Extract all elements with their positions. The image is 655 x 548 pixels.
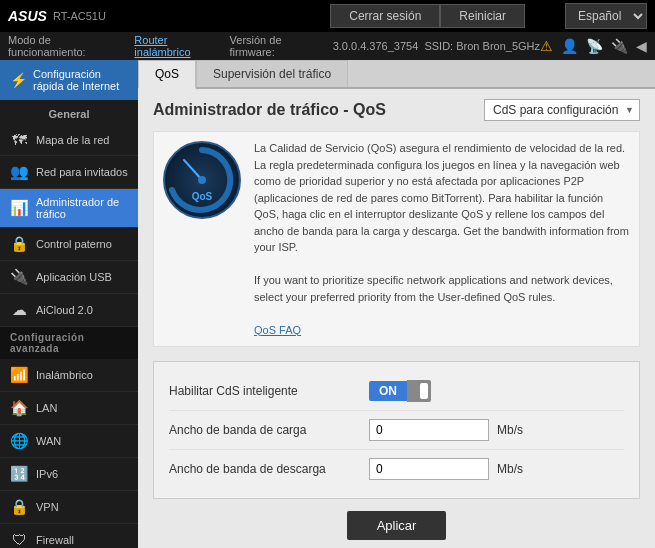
warning-icon: ⚠ [540,38,553,54]
sidebar-item-wan[interactable]: 🌐 WAN [0,425,138,458]
quick-config-icon: ⚡ [10,72,27,88]
description-paragraph: La Calidad de Servicio (QoS) asegura el … [254,140,631,256]
vpn-icon: 🔒 [10,498,28,516]
config-select-wrapper[interactable]: CdS para configuración [484,99,640,121]
svg-text:QoS: QoS [192,191,213,202]
enable-qos-label: Habilitar CdS inteligente [169,384,369,398]
ipv6-icon: 🔢 [10,465,28,483]
page-title: Administrador de tráfico - QoS [153,101,386,119]
apply-button[interactable]: Aplicar [347,511,447,540]
arrow-icon: ◀ [636,38,647,54]
logout-button[interactable]: Cerrar sesión [330,4,440,28]
sidebar-quick-config[interactable]: ⚡ Configuración rápida de Internet [0,60,138,100]
sidebar-item-label: Inalámbrico [36,369,93,381]
lan-icon: 🏠 [10,399,28,417]
sidebar-item-ipv6[interactable]: 🔢 IPv6 [0,458,138,491]
firmware-label: Versión de firmware: [230,34,330,58]
model-name: RT-AC51U [53,10,106,22]
sidebar: ⚡ Configuración rápida de Internet Gener… [0,60,138,548]
tab-traffic-monitor[interactable]: Supervisión del tráfico [196,60,348,87]
usb-app-icon: 🔌 [10,268,28,286]
wireless-icon: 📶 [10,366,28,384]
wan-icon: 🌐 [10,432,28,450]
sidebar-item-label: WAN [36,435,61,447]
ssid-value: Bron [456,40,479,52]
sidebar-item-label: Red para invitados [36,166,128,178]
download-label: Ancho de banda de descarga [169,462,369,476]
sidebar-item-label: VPN [36,501,59,513]
sidebar-advanced-title: Configuración avanzada [0,327,138,359]
ssid-5g-value: Bron_5GHz [483,40,540,52]
asus-logo: ASUS [8,8,47,24]
page-title-row: Administrador de tráfico - QoS CdS para … [153,99,640,121]
description-text: La Calidad de Servicio (QoS) asegura el … [254,140,631,338]
mode-label: Modo de funcionamiento: [8,34,131,58]
sidebar-item-traffic-manager[interactable]: 📊 Administrador de tráfico [0,189,138,228]
sidebar-item-label: LAN [36,402,57,414]
upload-control: Mb/s [369,419,523,441]
guest-network-icon: 👥 [10,163,28,181]
content-area: QoS Supervisión del tráfico Administrado… [138,60,655,548]
quick-config-label: Configuración rápida de Internet [33,68,128,92]
sidebar-item-label: AiCloud 2.0 [36,304,93,316]
description-extra: If you want to prioritize specific netwo… [254,272,631,305]
sidebar-item-aicloud[interactable]: ☁ AiCloud 2.0 [0,294,138,327]
config-select[interactable]: CdS para configuración [484,99,640,121]
mode-value-link[interactable]: Router inalámbrico [134,34,226,58]
speedometer-svg: QoS [162,140,242,220]
toggle-control[interactable]: ON [369,380,431,402]
download-control: Mb/s [369,458,523,480]
user-icon: 👤 [561,38,578,54]
qos-logo: QoS [162,140,242,220]
language-select[interactable]: Español [565,3,647,29]
sidebar-general-title: General [0,100,138,124]
header-buttons: Cerrar sesión Reiniciar [330,4,525,28]
download-unit: Mb/s [497,462,523,476]
network-icon: 📡 [586,38,603,54]
sidebar-item-label: Administrador de tráfico [36,196,128,220]
sidebar-item-label: Control paterno [36,238,112,250]
firmware-value: 3.0.0.4.376_3754 [333,40,419,52]
apply-row: Aplicar [153,499,640,544]
svg-point-2 [198,176,206,184]
sidebar-item-label: Aplicación USB [36,271,112,283]
info-icons: ⚠ 👤 📡 🔌 ◀ [540,38,647,54]
sidebar-item-guest-network[interactable]: 👥 Red para invitados [0,156,138,189]
upload-input[interactable] [369,419,489,441]
sidebar-item-label: IPv6 [36,468,58,480]
qos-faq-link[interactable]: QoS FAQ [254,324,301,336]
aicloud-icon: ☁ [10,301,28,319]
reboot-button[interactable]: Reiniciar [440,4,525,28]
page-content: Administrador de tráfico - QoS CdS para … [138,89,655,548]
download-input[interactable] [369,458,489,480]
form-area: Habilitar CdS inteligente ON Ancho de ba… [153,361,640,499]
form-row-upload: Ancho de banda de carga Mb/s [169,411,624,450]
tab-qos[interactable]: QoS [138,60,196,89]
form-row-enable: Habilitar CdS inteligente ON [169,372,624,411]
toggle-slider[interactable] [407,380,431,402]
sidebar-item-lan[interactable]: 🏠 LAN [0,392,138,425]
sidebar-item-firewall[interactable]: 🛡 Firewall [0,524,138,548]
sidebar-item-label: Firewall [36,534,74,546]
traffic-manager-icon: 📊 [10,199,28,217]
info-bar: Modo de funcionamiento: Router inalámbri… [0,32,655,60]
sidebar-item-vpn[interactable]: 🔒 VPN [0,491,138,524]
tab-bar: QoS Supervisión del tráfico [138,60,655,89]
sidebar-item-network-map[interactable]: 🗺 Mapa de la red [0,124,138,156]
sidebar-item-label: Mapa de la red [36,134,109,146]
ssid-label: SSID: [424,40,453,52]
form-row-download: Ancho de banda de descarga Mb/s [169,450,624,488]
sidebar-item-parental-control[interactable]: 🔒 Control paterno [0,228,138,261]
parental-control-icon: 🔒 [10,235,28,253]
logo-area: ASUS RT-AC51U [8,8,106,24]
toggle-switch[interactable]: ON [369,380,431,402]
config-select-wrap: CdS para configuración [484,99,640,121]
sidebar-item-usb-app[interactable]: 🔌 Aplicación USB [0,261,138,294]
firewall-icon: 🛡 [10,531,28,548]
sidebar-item-wireless[interactable]: 📶 Inalámbrico [0,359,138,392]
upload-label: Ancho de banda de carga [169,423,369,437]
header: ASUS RT-AC51U Cerrar sesión Reiniciar Es… [0,0,655,32]
network-map-icon: 🗺 [10,131,28,148]
upload-unit: Mb/s [497,423,523,437]
toggle-on-label: ON [369,381,407,401]
